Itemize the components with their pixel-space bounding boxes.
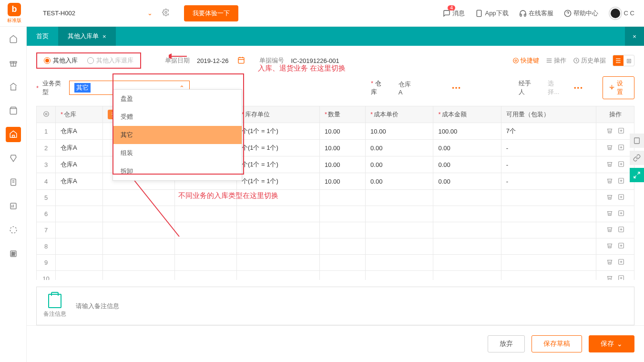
sidebar-clipboard-icon[interactable]: [6, 175, 21, 190]
delete-icon[interactable]: [606, 127, 613, 135]
close-icon[interactable]: ×: [102, 33, 106, 40]
cell-scan[interactable]: [102, 238, 174, 255]
cell-qty[interactable]: [320, 271, 366, 280]
cell-spec[interactable]: [175, 206, 237, 222]
cell-price[interactable]: [366, 206, 433, 222]
cell-qty[interactable]: 10.00: [320, 123, 366, 140]
delete-icon[interactable]: [606, 177, 613, 186]
org-selector[interactable]: TEST-H002 ⌄: [38, 6, 157, 21]
cell-warehouse[interactable]: 仓库A: [56, 173, 103, 190]
sidebar-home-icon[interactable]: [6, 31, 21, 47]
cell-price[interactable]: 0.00: [366, 140, 433, 156]
table-row[interactable]: 10: [37, 271, 634, 280]
delete-icon[interactable]: [606, 161, 613, 169]
history-link[interactable]: 历史单据: [573, 56, 606, 65]
messages-link[interactable]: 消息 4: [443, 9, 465, 18]
cell-qty[interactable]: 10.00: [320, 156, 366, 173]
add-icon[interactable]: [618, 242, 624, 250]
delete-icon[interactable]: [606, 275, 613, 280]
cell-qty[interactable]: 10.00: [320, 173, 366, 190]
sidebar-warehouse-icon[interactable]: [6, 127, 21, 142]
sidebar-new-icon[interactable]: 新: [6, 246, 21, 261]
sidebar-money-icon[interactable]: [6, 151, 21, 166]
cell-spec[interactable]: [175, 255, 237, 271]
dropdown-option[interactable]: 受赠: [113, 108, 242, 126]
add-icon[interactable]: [618, 226, 624, 234]
cell-price[interactable]: [366, 271, 433, 280]
calendar-icon[interactable]: [237, 56, 245, 65]
cell-price[interactable]: [366, 255, 433, 271]
add-icon[interactable]: [618, 210, 624, 218]
col-gear[interactable]: [37, 106, 56, 123]
add-icon[interactable]: [618, 177, 624, 186]
trial-button[interactable]: 我要体验一下: [184, 5, 238, 21]
view-list-button[interactable]: ☰: [613, 55, 624, 66]
add-icon[interactable]: [618, 127, 624, 135]
sidebar-gift-icon[interactable]: [6, 55, 21, 71]
delete-icon[interactable]: [606, 242, 613, 250]
gear-icon[interactable]: [162, 9, 170, 18]
cell-warehouse[interactable]: [56, 271, 103, 280]
delete-icon[interactable]: [606, 210, 613, 218]
cell-qty[interactable]: [320, 238, 366, 255]
radio-other-inbound[interactable]: 其他入库: [44, 56, 78, 65]
dropdown-option[interactable]: 盘盈: [113, 90, 242, 108]
cell-spec[interactable]: [175, 222, 237, 238]
cell-warehouse[interactable]: [56, 190, 103, 206]
sidebar-loading-icon[interactable]: [6, 222, 21, 238]
tab-other-inbound[interactable]: 其他入库单 ×: [58, 27, 116, 46]
cell-price[interactable]: [366, 222, 433, 238]
dropdown-option[interactable]: 组装: [113, 144, 242, 162]
sidebar-bag-icon[interactable]: [6, 103, 21, 118]
warehouse-value[interactable]: 仓库A: [399, 80, 414, 96]
date-value[interactable]: 2019-12-26: [197, 57, 229, 64]
app-download-link[interactable]: App下载: [475, 9, 508, 18]
rail-expand-icon[interactable]: [630, 168, 644, 182]
rail-link-icon[interactable]: [630, 151, 644, 165]
save-button[interactable]: 保存 ⌄: [589, 335, 634, 352]
settings-button[interactable]: 设置: [603, 76, 634, 99]
user-menu[interactable]: C C: [609, 7, 634, 20]
delete-icon[interactable]: [606, 144, 613, 152]
add-icon[interactable]: [618, 259, 624, 267]
delete-icon[interactable]: [606, 226, 613, 234]
cell-qty[interactable]: [320, 190, 366, 206]
operate-link[interactable]: 操作: [546, 56, 566, 65]
sidebar-house-icon[interactable]: [6, 79, 21, 94]
remarks-input[interactable]: [76, 302, 627, 310]
cell-warehouse[interactable]: [56, 255, 103, 271]
cell-spec[interactable]: [175, 238, 237, 255]
close-all-tabs[interactable]: ×: [625, 27, 644, 46]
save-draft-button[interactable]: 保存草稿: [532, 335, 582, 352]
add-icon[interactable]: [618, 144, 624, 152]
rail-note-icon[interactable]: [630, 134, 644, 148]
discard-button[interactable]: 放弃: [488, 335, 525, 352]
handler-more-icon[interactable]: •••: [574, 84, 583, 92]
cell-warehouse[interactable]: 仓库A: [56, 123, 103, 140]
cell-scan[interactable]: [102, 255, 174, 271]
cell-price[interactable]: [366, 238, 433, 255]
help-center-link[interactable]: 帮助中心: [564, 9, 598, 18]
delete-icon[interactable]: [606, 194, 613, 202]
cell-qty[interactable]: [320, 222, 366, 238]
table-row[interactable]: 9: [37, 255, 634, 271]
cell-price[interactable]: 0.00: [366, 173, 433, 190]
radio-other-return[interactable]: 其他入库退库: [87, 56, 133, 65]
cell-spec[interactable]: [175, 271, 237, 280]
cell-qty[interactable]: [320, 255, 366, 271]
cell-warehouse[interactable]: [56, 222, 103, 238]
cell-qty[interactable]: [320, 206, 366, 222]
add-icon[interactable]: [618, 161, 624, 169]
dropdown-option[interactable]: 拆卸: [113, 162, 242, 180]
handler-select[interactable]: 选择...: [548, 79, 564, 96]
cell-warehouse[interactable]: 仓库A: [56, 156, 103, 173]
cell-price[interactable]: [366, 190, 433, 206]
view-grid-button[interactable]: ⊞: [624, 55, 634, 66]
table-row[interactable]: 8: [37, 238, 634, 255]
sidebar-report-icon[interactable]: [6, 198, 21, 214]
shortcut-link[interactable]: 快捷键: [512, 56, 539, 65]
add-icon[interactable]: [618, 275, 624, 280]
cell-scan[interactable]: [102, 271, 174, 280]
cell-warehouse[interactable]: [56, 238, 103, 255]
dropdown-option-selected[interactable]: 其它: [113, 126, 242, 144]
